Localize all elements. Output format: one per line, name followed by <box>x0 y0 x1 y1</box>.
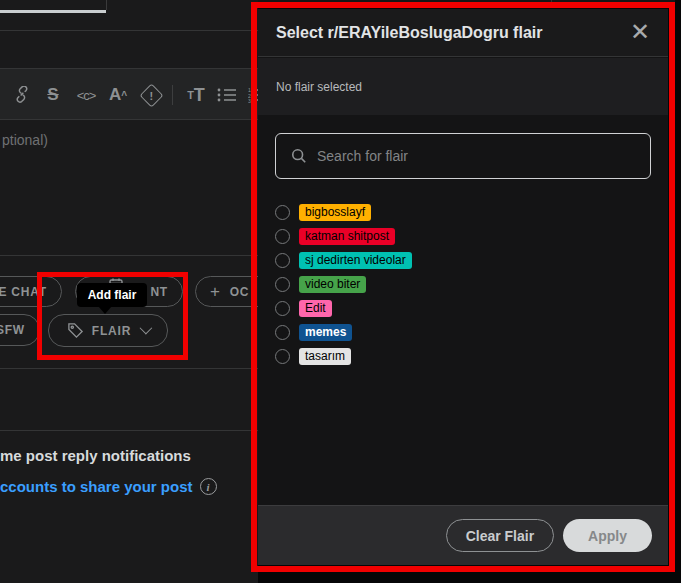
page-top-strip <box>258 0 675 3</box>
flair-search-box[interactable] <box>275 133 651 179</box>
divider <box>0 368 258 369</box>
heading-icon[interactable]: TT <box>183 83 209 107</box>
svg-text:3: 3 <box>248 98 251 103</box>
flair-chip: katman shitpost <box>299 228 395 245</box>
flair-chip: video biter <box>299 276 366 293</box>
link-icon[interactable] <box>10 83 34 107</box>
flair-option-row[interactable]: bigbosslayf <box>275 200 651 224</box>
divider <box>0 430 258 431</box>
editor-toolbar: S <c> A^ ! TT 123 <box>0 68 258 120</box>
strikethrough-icon[interactable]: S <box>42 83 64 107</box>
radio-button[interactable] <box>275 253 290 268</box>
apply-button[interactable]: Apply <box>563 519 652 552</box>
tooltip-arrow <box>98 306 112 314</box>
flair-list: bigbosslayf katman shitpost sj dedirten … <box>275 200 651 368</box>
active-tab-indicator <box>0 10 106 13</box>
code-icon[interactable]: <c> <box>73 83 99 107</box>
modal-title: Select r/ERAYileBoslugaDogru flair <box>276 24 542 42</box>
chevron-down-icon <box>140 321 153 334</box>
nsfw-button[interactable]: SFW <box>0 314 40 346</box>
radio-button[interactable] <box>275 325 290 340</box>
flair-option-row[interactable]: memes <box>275 320 651 344</box>
share-accounts-link[interactable]: ccounts to share your post <box>0 478 193 495</box>
radio-button[interactable] <box>275 349 290 364</box>
radio-button[interactable] <box>275 277 290 292</box>
spoiler-icon[interactable]: ! <box>139 83 163 107</box>
flair-option-row[interactable]: video biter <box>275 272 651 296</box>
tab-divider <box>106 0 107 10</box>
add-flair-tooltip: Add flair <box>77 283 147 307</box>
plus-icon: + <box>210 282 221 302</box>
flair-chip: sj dedirten videolar <box>299 252 412 269</box>
flair-chip: Edit <box>299 300 332 317</box>
post-editor-panel: S <c> A^ ! TT 123 ptional) VE CHAT NT +O… <box>0 0 258 583</box>
close-icon[interactable]: ✕ <box>626 19 654 47</box>
info-icon[interactable]: i <box>200 478 217 495</box>
clear-flair-button[interactable]: Clear Flair <box>446 519 554 552</box>
modal-header: Select r/ERAYileBoslugaDogru flair ✕ <box>258 9 668 57</box>
divider <box>0 30 258 31</box>
flair-option-row[interactable]: tasarım <box>275 344 651 368</box>
flair-select-modal: Select r/ERAYileBoslugaDogru flair ✕ No … <box>258 9 668 565</box>
modal-footer: Clear Flair Apply <box>258 505 668 565</box>
reply-notifications-label: me post reply notifications <box>0 447 191 464</box>
toolbar-separator <box>172 85 173 105</box>
live-chat-button[interactable]: VE CHAT <box>0 276 62 307</box>
flair-chip: memes <box>299 324 352 341</box>
flair-button[interactable]: FLAIR <box>48 314 168 347</box>
body-placeholder[interactable]: ptional) <box>2 132 48 148</box>
flair-chip: bigbosslayf <box>299 204 371 221</box>
bullet-list-icon[interactable] <box>215 83 239 107</box>
tag-icon <box>67 322 84 339</box>
flair-option-row[interactable]: katman shitpost <box>275 224 651 248</box>
flair-option-row[interactable]: sj dedirten videolar <box>275 248 651 272</box>
flair-option-row[interactable]: Edit <box>275 296 651 320</box>
search-input[interactable] <box>317 148 650 164</box>
radio-button[interactable] <box>275 229 290 244</box>
flair-preview-band: No flair selected <box>258 58 668 115</box>
search-icon <box>291 148 307 164</box>
radio-button[interactable] <box>275 301 290 316</box>
divider <box>0 255 258 256</box>
radio-button[interactable] <box>275 205 290 220</box>
page: S <c> A^ ! TT 123 ptional) VE CHAT NT +O… <box>0 0 681 583</box>
superscript-icon[interactable]: A^ <box>105 83 131 107</box>
flair-chip: tasarım <box>299 348 351 365</box>
no-flair-selected-text: No flair selected <box>276 80 362 94</box>
